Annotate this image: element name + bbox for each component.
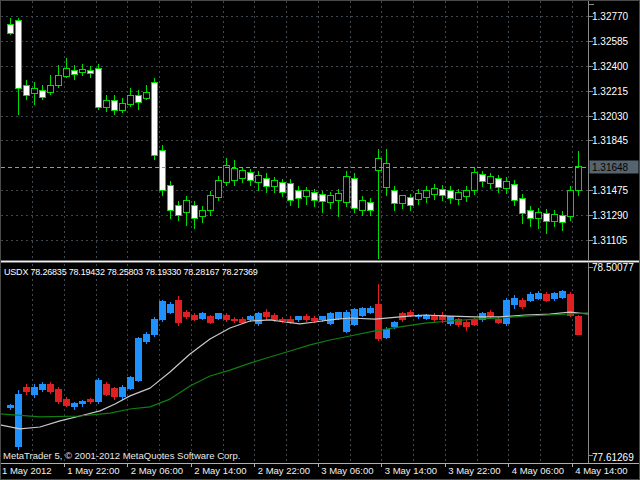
candle-body bbox=[424, 191, 430, 198]
candle-body bbox=[456, 193, 462, 200]
price-axis-label: 1.32770 bbox=[592, 11, 629, 22]
candle-body bbox=[352, 310, 358, 325]
candle-body bbox=[88, 400, 94, 402]
usdx-candlestick bbox=[128, 376, 134, 390]
candle-body bbox=[368, 308, 374, 312]
candle-body bbox=[40, 90, 46, 97]
candle-body bbox=[368, 203, 374, 211]
usdx-candlestick bbox=[16, 390, 22, 450]
time-axis-label: 3 May 06:00 bbox=[321, 465, 373, 476]
candle-body bbox=[376, 158, 382, 170]
candle-body bbox=[560, 216, 566, 223]
current-price-box: 1.31648 bbox=[590, 161, 639, 174]
candle-body bbox=[24, 85, 30, 95]
candle-body bbox=[240, 171, 246, 179]
candle-body bbox=[160, 302, 166, 320]
candle-body bbox=[96, 68, 102, 107]
candle-body bbox=[344, 312, 350, 332]
candle-body bbox=[216, 181, 222, 198]
candle-body bbox=[472, 320, 478, 325]
candle-body bbox=[232, 319, 238, 321]
usdx-candlestick bbox=[144, 332, 150, 344]
candle-body bbox=[24, 387, 30, 392]
candlestick bbox=[352, 173, 358, 213]
candle-body bbox=[240, 319, 246, 322]
candle-body bbox=[488, 312, 494, 317]
candle-body bbox=[224, 166, 230, 183]
candle-body bbox=[312, 318, 318, 321]
candle-body bbox=[32, 388, 38, 394]
candle-body bbox=[72, 404, 78, 407]
chart-canvas[interactable]: 1.327701.325851.324001.322151.320301.318… bbox=[0, 0, 640, 480]
usdx-candlestick bbox=[256, 312, 262, 326]
candle-body bbox=[504, 182, 510, 189]
candle-body bbox=[168, 186, 174, 211]
candlestick bbox=[160, 145, 166, 195]
time-axis-label: 3 May 14:00 bbox=[385, 465, 437, 476]
candle-body bbox=[392, 322, 398, 327]
candle-body bbox=[520, 199, 526, 214]
candle-body bbox=[8, 405, 14, 408]
indicator-scale-label: 78.50077 bbox=[592, 262, 634, 273]
candle-body bbox=[144, 92, 150, 98]
candle-body bbox=[48, 385, 54, 392]
candle-body bbox=[96, 380, 102, 402]
candle-body bbox=[448, 191, 454, 199]
usdx-candlestick bbox=[160, 300, 166, 322]
copyright-text: MetaTrader 5, © 2001-2012 MetaQuotes Sof… bbox=[3, 450, 240, 461]
price-axis-label: 1.32585 bbox=[592, 36, 629, 47]
candle-body bbox=[464, 191, 470, 197]
candle-body bbox=[120, 387, 126, 397]
candle-body bbox=[232, 169, 238, 181]
candle-body bbox=[400, 196, 406, 204]
candle-body bbox=[408, 312, 414, 315]
usdx-candlestick bbox=[136, 337, 142, 382]
candle-body bbox=[496, 319, 502, 322]
candle-body bbox=[128, 377, 134, 389]
usdx-candlestick bbox=[504, 298, 510, 326]
candle-body bbox=[416, 194, 422, 200]
time-axis-label: 3 May 22:00 bbox=[448, 465, 500, 476]
candle-body bbox=[464, 322, 470, 327]
candle-body bbox=[288, 319, 294, 322]
candle-body bbox=[304, 316, 310, 320]
candle-body bbox=[520, 300, 526, 307]
candle-body bbox=[264, 179, 270, 187]
candle-body bbox=[192, 315, 198, 319]
candle-body bbox=[264, 312, 270, 317]
candle-body bbox=[136, 95, 142, 102]
candle-body bbox=[136, 339, 142, 380]
candle-body bbox=[64, 68, 70, 76]
panel-separator[interactable] bbox=[0, 261, 640, 263]
candle-body bbox=[528, 294, 534, 300]
candlestick bbox=[152, 78, 158, 160]
time-axis-label: 4 May 06:00 bbox=[512, 465, 564, 476]
candle-body bbox=[208, 196, 214, 211]
candle-body bbox=[376, 304, 382, 339]
candle-body bbox=[104, 100, 110, 107]
price-axis-label: 1.31290 bbox=[592, 210, 629, 221]
price-axis-label: 1.32030 bbox=[592, 111, 629, 122]
price-axis-label: 1.31845 bbox=[592, 135, 629, 146]
candle-body bbox=[176, 300, 182, 322]
candle-body bbox=[536, 213, 542, 219]
candle-body bbox=[80, 69, 86, 72]
indicator-scale-label: 77.61269 bbox=[592, 452, 634, 463]
candle-body bbox=[152, 319, 158, 335]
candle-body bbox=[8, 24, 14, 33]
candle-body bbox=[544, 294, 550, 300]
candle-body bbox=[360, 201, 366, 211]
candle-body bbox=[272, 181, 278, 187]
usdx-candlestick bbox=[520, 298, 526, 309]
time-axis-label: 1 May 2012 bbox=[2, 465, 52, 476]
candle-body bbox=[16, 20, 22, 88]
candle-body bbox=[152, 82, 158, 155]
time-axis-label: 4 May 14:00 bbox=[575, 465, 627, 476]
usdx-candlestick bbox=[576, 315, 582, 335]
candle-body bbox=[16, 394, 22, 447]
candle-body bbox=[48, 85, 54, 92]
time-axis-label: 2 May 06:00 bbox=[131, 465, 183, 476]
candle-body bbox=[328, 314, 334, 324]
current-price-label: 1.31648 bbox=[592, 162, 629, 173]
candle-body bbox=[336, 194, 342, 201]
